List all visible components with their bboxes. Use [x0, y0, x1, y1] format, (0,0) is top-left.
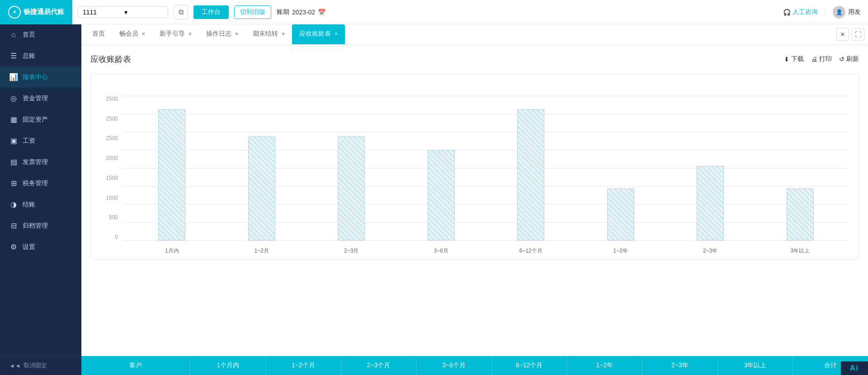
- sidebar-item-label: 首页: [23, 31, 35, 39]
- sidebar-item-close[interactable]: ◑ 结账: [0, 194, 81, 215]
- funds-icon: ◎: [9, 94, 18, 103]
- print-label: 打印: [819, 55, 832, 63]
- chart-x-labels: 1月内 1~2月 2~3月 3~6月 6~12个月 1~2年 2~3年 3年以上: [123, 247, 849, 255]
- tab-label: 操作日志: [206, 30, 231, 38]
- sidebar-item-label: 发票管理: [23, 158, 48, 166]
- sidebar-item-funds[interactable]: ◎ 资金管理: [0, 88, 81, 109]
- col-2-3year: 2~3年: [642, 356, 718, 375]
- app-title: 畅捷通易代账: [24, 8, 64, 16]
- consult-button[interactable]: 🎧 人工咨询: [783, 8, 818, 16]
- close-all-tabs-button[interactable]: ✕: [836, 28, 849, 41]
- chart-container: 2500 2500 2500 2000 1500 1000 500 0: [90, 74, 859, 260]
- sidebar-item-home[interactable]: ⌂ 首页: [0, 24, 81, 45]
- calendar-icon[interactable]: 📅: [318, 9, 326, 16]
- bar-1month: [158, 109, 185, 240]
- period-display: 账期 2023-02 📅: [277, 8, 326, 16]
- sidebar: ⌂ 首页 ☰ 总账 📊 报表中心 ◎ 资金管理 ▦ 固定资产 ▣ 工资 ▤ 发票…: [0, 24, 81, 375]
- tab-close-icon[interactable]: ×: [142, 31, 145, 37]
- tab-aging[interactable]: 应收账龄表 ×: [292, 24, 345, 44]
- col-customer: 客户: [81, 356, 190, 375]
- table-header: 客户 1个月内 1~2个月 2~3个月 3~6个月 6~12个月 1~2年 2~…: [81, 356, 868, 375]
- x-label: 1月内: [158, 247, 185, 255]
- tab-home[interactable]: 首页: [85, 24, 112, 44]
- tab-label: 畅会员: [119, 30, 138, 38]
- unpin-label: 取消固定: [24, 361, 47, 370]
- x-label: 1~2年: [607, 247, 634, 255]
- sidebar-item-archive[interactable]: ⊟ 归档管理: [0, 215, 81, 236]
- payroll-icon: ▣: [9, 136, 18, 145]
- print-button[interactable]: 🖨 打印: [811, 55, 832, 63]
- x-label: 2~3月: [338, 247, 365, 255]
- headset-icon: 🎧: [783, 9, 791, 16]
- bar-1-2month: [248, 136, 275, 240]
- sidebar-item-label: 税务管理: [23, 179, 48, 188]
- col-6-12month: 6~12个月: [492, 356, 567, 375]
- user-menu[interactable]: 👤 用友: [833, 6, 861, 19]
- tab-label: 期末结转: [253, 30, 278, 38]
- maximize-button[interactable]: ⛶: [852, 28, 864, 41]
- chevron-down-icon: ▾: [124, 9, 163, 16]
- content-area: 首页 畅会员 × 新手引导 × 操作日志 × 期末结转 × 应收账龄表 ×: [81, 24, 868, 375]
- x-label: 3年以上: [787, 247, 814, 255]
- sidebar-item-settings[interactable]: ⚙ 设置: [0, 236, 81, 258]
- invoice-icon: ▤: [9, 158, 18, 166]
- workbench-button[interactable]: 工作台: [193, 5, 229, 19]
- tab-member[interactable]: 畅会员 ×: [112, 24, 152, 44]
- chart-body: [123, 96, 849, 240]
- col-3plus-year: 3年以上: [718, 356, 793, 375]
- x-label: 1~2月: [248, 247, 275, 255]
- reports-icon: 📊: [9, 73, 18, 81]
- grid-line: [123, 240, 849, 241]
- divider: [825, 8, 826, 17]
- tax-icon: ⊞: [9, 179, 18, 188]
- sidebar-item-invoice[interactable]: ▤ 发票管理: [0, 151, 81, 173]
- archive-icon: ⊟: [9, 221, 18, 230]
- tab-close-icon[interactable]: ×: [235, 31, 238, 37]
- bar-3-6month: [428, 150, 455, 240]
- download-button[interactable]: ⬇ 下载: [784, 55, 804, 63]
- main-layout: ⌂ 首页 ☰ 总账 📊 报表中心 ◎ 资金管理 ▦ 固定资产 ▣ 工资 ▤ 发票…: [0, 24, 868, 375]
- tab-guide[interactable]: 新手引导 ×: [152, 24, 199, 44]
- tab-period-end[interactable]: 期末结转 ×: [245, 24, 292, 44]
- col-1month: 1个月内: [190, 356, 266, 375]
- tab-close-icon[interactable]: ×: [189, 31, 192, 37]
- sidebar-unpin[interactable]: ◄◄ 取消固定: [0, 356, 81, 375]
- x-label: 6~12个月: [517, 247, 544, 255]
- x-label: 3~6月: [428, 247, 455, 255]
- company-name: 1111: [83, 9, 122, 16]
- page-title-bar: 应收账龄表 ⬇ 下载 🖨 打印 ↺ 刷新: [90, 54, 859, 65]
- tabs-bar: 首页 畅会员 × 新手引导 × 操作日志 × 期末结转 × 应收账龄表 ×: [81, 24, 868, 45]
- settings-icon: ⚙: [9, 243, 18, 251]
- tab-log[interactable]: 操作日志 ×: [199, 24, 245, 44]
- page-title: 应收账龄表: [90, 54, 131, 65]
- sidebar-item-payroll[interactable]: ▣ 工资: [0, 130, 81, 151]
- tab-close-icon[interactable]: ×: [335, 31, 338, 37]
- tab-close-icon[interactable]: ×: [282, 31, 285, 37]
- consult-label: 人工咨询: [793, 8, 818, 16]
- col-1-2year: 1~2年: [567, 356, 643, 375]
- chart-area: 2500 2500 2500 2000 1500 1000 500 0: [100, 83, 849, 255]
- sidebar-item-assets[interactable]: ▦ 固定资产: [0, 109, 81, 130]
- download-icon: ⬇: [784, 56, 789, 63]
- ai-badge[interactable]: Ai: [841, 361, 868, 375]
- sidebar-item-tax[interactable]: ⊞ 税务管理: [0, 173, 81, 194]
- tab-actions: ✕ ⛶: [836, 28, 864, 41]
- company-selector[interactable]: 1111 ▾: [78, 6, 168, 18]
- tab-label: 新手引导: [160, 30, 185, 38]
- page-content: 应收账龄表 ⬇ 下载 🖨 打印 ↺ 刷新: [81, 45, 868, 356]
- copy-icon-btn[interactable]: ⧉: [174, 5, 188, 19]
- col-2-3month: 2~3个月: [341, 356, 417, 375]
- copy-icon: ⧉: [179, 8, 184, 16]
- download-label: 下载: [791, 55, 804, 63]
- refresh-button[interactable]: ↺ 刷新: [839, 55, 859, 63]
- sidebar-item-label: 归档管理: [23, 222, 48, 230]
- switch-version-button[interactable]: 切到旧版: [234, 5, 271, 19]
- logo-icon: ✦: [8, 6, 21, 19]
- col-1-2month: 1~2个月: [266, 356, 341, 375]
- period-value: 2023-02: [292, 9, 315, 16]
- sidebar-item-reports[interactable]: 📊 报表中心: [0, 66, 81, 88]
- avatar: 👤: [833, 6, 845, 19]
- app-logo: ✦ 畅捷通易代账: [0, 0, 72, 24]
- bar-2-3month: [338, 136, 365, 240]
- sidebar-item-ledger[interactable]: ☰ 总账: [0, 45, 81, 66]
